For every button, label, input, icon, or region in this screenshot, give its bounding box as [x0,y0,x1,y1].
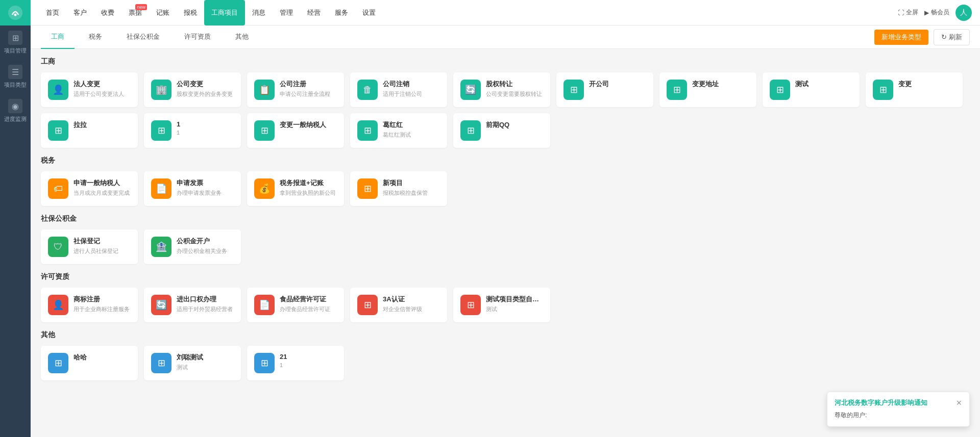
card-icon-c7: ⊞ [667,80,687,100]
card-c12[interactable]: ⊞ 变更一般纳税人 [247,113,344,148]
tab-gongshang[interactable]: 工商 [41,25,75,49]
new-badge: new [135,4,147,10]
project-mgmt-icon: ⊞ [8,31,22,45]
card-name-c3: 公司注册 [280,80,337,89]
tabs-actions: 新增业务类型 ↻ 刷新 [874,29,970,45]
section-title-shebao: 社保公积金 [41,214,970,223]
nav-operation[interactable]: 经营 [300,0,328,25]
card-c4[interactable]: 🗑 公司注销 适用于注销公司 [350,72,447,107]
card-name-c11: 1 [177,120,234,128]
card-x2[interactable]: 🔄 进出口权办理 适用于对外贸易经营者 [144,288,241,322]
card-x3[interactable]: 📄 食品经营许可证 办理食品经营许可证 [247,288,344,322]
nav-ticket[interactable]: 票据 new [121,0,149,25]
nav-management[interactable]: 管理 [273,0,300,25]
sidebar-item-project-type[interactable]: ☰ 项目类型 [0,60,31,94]
card-desc-c1: 适用于公司变更法人 [74,90,131,98]
card-t2[interactable]: 📄 申请发票 办理申请发票业务 [144,171,241,206]
nav-home[interactable]: 首页 [39,0,66,25]
card-c10[interactable]: ⊞ 拉拉 [41,113,138,148]
nav-industry[interactable]: 工商项目 [204,0,245,25]
card-desc-x4: 对企业信誉评级 [383,305,440,313]
user-avatar[interactable]: 人 [955,5,972,21]
card-c6[interactable]: ⊞ 开公司 [556,72,653,107]
card-icon-c12: ⊞ [254,120,275,141]
card-name-x1: 商标注册 [74,295,131,304]
card-name-c8: 测试 [795,80,852,89]
tab-shuiwu[interactable]: 税务 [79,25,112,49]
nav-bookkeeping[interactable]: 记账 [149,0,177,25]
card-icon-c14: ⊞ [460,120,481,141]
card-t1[interactable]: 🏷 申请一般纳税人 当月或次月成变更完成 [41,171,138,206]
notification-header: 河北税务数字账户升级影响通知 ✕ [835,398,962,407]
vip-btn[interactable]: ▶ 畅会员 [924,8,949,17]
card-icon-c3: 📋 [254,80,275,100]
topnav-right: ⛶ 全屏 ▶ 畅会员 人 [898,5,972,21]
card-s2[interactable]: 🏦 公积金开户 办理公积金相关业务 [144,229,241,264]
card-c14[interactable]: ⊞ 前期QQ [453,113,550,148]
card-desc-c2: 股权变更外的业务变更 [177,90,234,98]
nav-tax[interactable]: 报税 [177,0,204,25]
card-o3[interactable]: ⊞ 21 1 [247,346,344,380]
card-icon-c4: 🗑 [357,80,378,100]
cards-grid-shebao: 🛡 社保登记 进行人员社保登记 🏦 公积金开户 办理公积金相关业务 [41,229,970,264]
card-name-c9: 变更 [898,80,955,89]
top-navigation: 首页 客户 收费 票据 new 记账 报税 工商项目 消息 管理 经营 服务 设… [31,0,980,25]
card-x5[interactable]: ⊞ 测试项目类型自定义 测试 [453,288,550,322]
vip-icon: ▶ [924,9,929,16]
card-desc-x1: 用于企业商标注册服务 [74,305,131,313]
card-desc-t4: 报税加税控盘保管 [383,189,440,197]
sidebar-item-project-mgmt[interactable]: ⊞ 项目管理 [0,25,31,60]
card-s1[interactable]: 🛡 社保登记 进行人员社保登记 [41,229,138,264]
card-t3[interactable]: 💰 税务报道+记账 拿到营业执照的新公司 [247,171,344,206]
card-icon-s1: 🛡 [48,237,68,257]
card-o2[interactable]: ⊞ 刘聪测试 测试 [144,346,241,380]
card-icon-o3: ⊞ [254,353,275,373]
card-c11[interactable]: ⊞ 1 1 [144,113,241,148]
card-icon-t2: 📄 [151,178,172,199]
card-x1[interactable]: 👤 商标注册 用于企业商标注册服务 [41,288,138,322]
card-c2[interactable]: 🏢 公司变更 股权变更外的业务变更 [144,72,241,107]
nav-service[interactable]: 服务 [328,0,355,25]
fullscreen-icon: ⛶ [898,9,904,16]
card-icon-t1: 🏷 [48,178,68,199]
card-desc-t3: 拿到营业执照的新公司 [280,189,337,197]
refresh-button[interactable]: ↻ 刷新 [934,29,970,45]
card-c1[interactable]: 👤 法人变更 适用于公司变更法人 [41,72,138,107]
card-name-t4: 新项目 [383,178,440,188]
card-t4[interactable]: ⊞ 新项目 报税加税控盘保管 [350,171,447,206]
section-title-other: 其他 [41,330,970,340]
section-title-shuiwu: 税务 [41,156,970,165]
tab-shebao[interactable]: 社保公积金 [116,25,170,49]
card-icon-t4: ⊞ [357,178,378,199]
card-c7[interactable]: ⊞ 变更地址 [659,72,756,107]
card-desc-x5: 测试 [486,305,543,313]
tab-other[interactable]: 其他 [225,25,259,49]
card-name-c10: 拉拉 [74,120,131,130]
card-desc-c5: 公司变更需要股权转让 [486,90,543,98]
nav-billing[interactable]: 收费 [94,0,121,25]
card-icon-x4: ⊞ [357,295,378,315]
sidebar-item-progress-monitor[interactable]: ◉ 进度监测 [0,94,31,128]
card-c13[interactable]: ⊞ 葛红红 葛红红测试 [350,113,447,148]
tab-xuke[interactable]: 许可资质 [174,25,221,49]
fullscreen-btn[interactable]: ⛶ 全屏 [898,8,918,17]
page-body: 工商 👤 法人变更 适用于公司变更法人 🏢 公司变更 股权变更外的业务变更 [31,49,980,437]
card-x4[interactable]: ⊞ 3A认证 对企业信誉评级 [350,288,447,322]
card-c9[interactable]: ⊞ 变更 [866,72,963,107]
notification-title: 河北税务数字账户升级影响通知 [835,398,927,407]
nav-customer[interactable]: 客户 [66,0,94,25]
nav-settings[interactable]: 设置 [355,0,383,25]
nav-message[interactable]: 消息 [245,0,273,25]
card-name-o3: 21 [280,353,337,361]
card-c5[interactable]: 🔄 股权转让 公司变更需要股权转让 [453,72,550,107]
svg-point-1 [14,14,17,16]
card-c3[interactable]: 📋 公司注册 申请公司注册全流程 [247,72,344,107]
main-area: 首页 客户 收费 票据 new 记账 报税 工商项目 消息 管理 经营 服务 设… [31,0,980,437]
new-type-button[interactable]: 新增业务类型 [874,30,928,45]
card-o1[interactable]: ⊞ 哈哈 [41,346,138,380]
card-name-c4: 公司注销 [383,80,440,89]
card-desc-x2: 适用于对外贸易经营者 [177,305,234,313]
card-c8[interactable]: ⊞ 测试 [763,72,860,107]
card-desc-t2: 办理申请发票业务 [177,189,234,197]
notification-close-btn[interactable]: ✕ [956,399,962,407]
